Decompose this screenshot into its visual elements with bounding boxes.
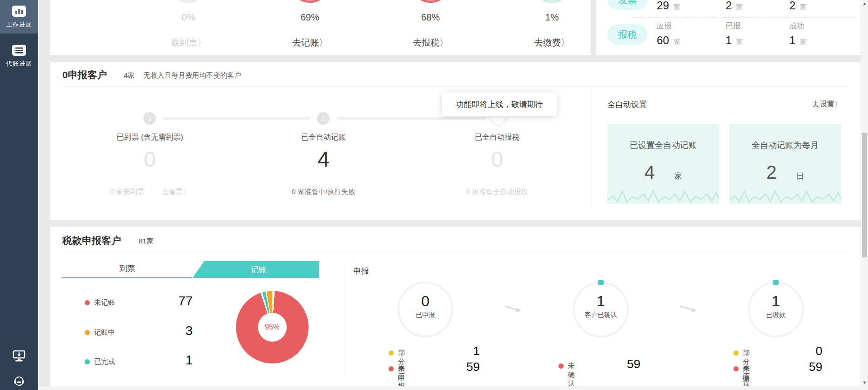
customer-service-icon xyxy=(13,381,25,389)
legend-dot xyxy=(85,359,90,364)
cell-unit: 家 xyxy=(800,38,807,46)
go-payment-link[interactable]: 去缴费〉 xyxy=(534,37,570,49)
flow-label: 已申报 xyxy=(399,311,451,319)
cell-value: 29 xyxy=(657,0,669,12)
legend-value: 3 xyxy=(137,323,193,338)
cell-value: 1 xyxy=(726,34,732,47)
summary-cell: 29家 xyxy=(657,0,717,12)
scrollbar-corner xyxy=(861,386,868,390)
go-settings-link[interactable]: 去设置〉 xyxy=(812,100,842,109)
declare-title: 申报 xyxy=(353,266,369,276)
tab-bookkeeping[interactable]: 记账 xyxy=(192,261,319,278)
download-client-button[interactable] xyxy=(0,350,38,364)
card-unit: 家 xyxy=(674,172,682,181)
sidebar: 工作进展 代账进展 xyxy=(0,0,38,390)
ledger-icon xyxy=(0,45,38,58)
card-value: 2 xyxy=(766,162,776,182)
card-unit: 日 xyxy=(796,172,804,181)
flow-label: 已缴款 xyxy=(750,311,802,319)
step-circle-2: 2 xyxy=(317,112,330,125)
legend-value: 77 xyxy=(137,294,193,309)
divider xyxy=(62,86,848,87)
stat-tax-filing: 68% 去报税〉 xyxy=(384,0,477,49)
step-value: 0 xyxy=(80,147,220,172)
section-count: 81家 xyxy=(139,237,154,246)
bar-chart-icon xyxy=(0,6,38,19)
sidebar-item-agency-progress[interactable]: 代账进展 xyxy=(0,39,38,73)
vertical-scrollbar[interactable]: ▲ ▼ xyxy=(861,0,868,390)
step-connector xyxy=(163,117,310,120)
tax-tag: 报税 xyxy=(607,24,647,45)
legend-dot xyxy=(389,350,394,356)
step-tick-icon xyxy=(773,280,779,285)
coming-soon-tooltip: 功能即将上线，敬请期待 xyxy=(442,93,557,116)
progress-overview-card: 0% 取到票〉 69% 去记账〉 68% 去报税〉 1% 去缴费〉 xyxy=(50,0,591,55)
section-count: 4家 xyxy=(124,71,135,80)
legend-dot xyxy=(733,350,739,356)
scroll-up-icon[interactable]: ▲ xyxy=(861,1,868,6)
section-description: 无收入且每月费用均不变的客户 xyxy=(143,71,241,80)
tab-arrival[interactable]: 到票 xyxy=(62,261,192,277)
step-sub: 0 家未到票 去催票〉 xyxy=(71,188,229,196)
panel-divider xyxy=(591,90,592,210)
cell-unit: 家 xyxy=(673,3,680,11)
cell-header: 成功 xyxy=(789,21,850,31)
tax-declare-card: 税款申报客户 81家 到票 记账 未记账 77 记账中 3 已完成 1 95% … xyxy=(50,227,861,388)
cell-unit: 家 xyxy=(736,38,743,46)
step-sub-text: 0 家未到票 xyxy=(110,188,144,195)
legend-value: 0 xyxy=(792,344,822,358)
urge-invoice-link[interactable]: 去催票〉 xyxy=(161,188,189,195)
sidebar-item-work-progress[interactable]: 工作进展 xyxy=(0,0,38,34)
legend-label: 记账中 xyxy=(94,328,115,337)
flow-value: 1 xyxy=(750,293,802,310)
sidebar-item-label: 代账进展 xyxy=(0,60,38,73)
progress-ring-red xyxy=(289,0,330,3)
auto-bookkeeping-card: 已设置全自动记账 4家 xyxy=(607,124,719,204)
summary-cell: 2家 xyxy=(789,0,850,12)
scroll-down-icon[interactable]: ▼ xyxy=(861,380,868,385)
cell-value: 2 xyxy=(726,0,732,12)
cell-header: 已报 xyxy=(726,21,786,31)
fetch-invoice-link[interactable]: 取到票〉 xyxy=(171,37,206,49)
go-bookkeeping-link[interactable]: 去记账〉 xyxy=(292,37,328,49)
donut-center-label: 95% xyxy=(258,313,287,342)
cell-unit: 家 xyxy=(673,38,680,46)
step-tick-icon xyxy=(598,280,604,285)
row-divider xyxy=(632,17,855,18)
auto-settings-title: 全自动设置 xyxy=(607,99,647,110)
legend-dot xyxy=(85,330,90,335)
progress-ring-red xyxy=(410,0,451,3)
stat-bookkeeping: 69% 去记账〉 xyxy=(263,0,357,49)
legend-value: 1 xyxy=(449,344,480,358)
tab-underline xyxy=(62,277,192,278)
legend-row-done: 已完成 1 xyxy=(81,355,179,370)
legend-value: 59 xyxy=(610,357,640,371)
vertical-scrollbar-thumb[interactable] xyxy=(862,133,867,257)
download-client-icon xyxy=(13,356,26,363)
progress-ring-gray xyxy=(168,0,209,3)
legend-dot xyxy=(558,363,564,369)
cell-value: 1 xyxy=(789,34,795,47)
horizontal-scrollbar[interactable] xyxy=(38,386,861,390)
flow-arrow-icon xyxy=(678,304,699,314)
summary-panel-card: 发票 29家 2家 2家 报税 应报 60家 已报 1家 成功 1家 xyxy=(596,0,861,55)
step-circle-1: 1 xyxy=(143,112,156,125)
ekg-line xyxy=(607,188,719,204)
cell-unit: 家 xyxy=(736,3,743,11)
step-sub: 0 家准备中/执行失败 xyxy=(244,188,403,196)
percent-value: 68% xyxy=(384,12,477,23)
flow-circle-declared: 0 已申报 xyxy=(397,282,453,337)
legend-row-unbooked: 未记账 77 xyxy=(81,296,179,310)
customer-service-button[interactable] xyxy=(0,375,38,389)
cell-unit: 家 xyxy=(800,3,807,11)
step-label: 已到票 (含无需到票) xyxy=(80,133,220,142)
go-tax-filing-link[interactable]: 去报税〉 xyxy=(413,37,448,49)
legend-value: 1 xyxy=(137,353,193,368)
section-title: 0申报客户 xyxy=(62,68,107,81)
zero-declare-card: 0申报客户 4家 无收入且每月费用均不变的客户 1 2 功能即将上线，敬请期待 … xyxy=(50,62,861,220)
flow-circle-paid: 1 已缴款 xyxy=(748,282,804,337)
flow-arrow-icon xyxy=(503,304,523,314)
step-connector xyxy=(336,117,485,120)
step-label: 已全自动记账 xyxy=(254,133,393,142)
auto-bookkeeping-day-card: 全自动记账为每月 2日 xyxy=(729,124,841,204)
